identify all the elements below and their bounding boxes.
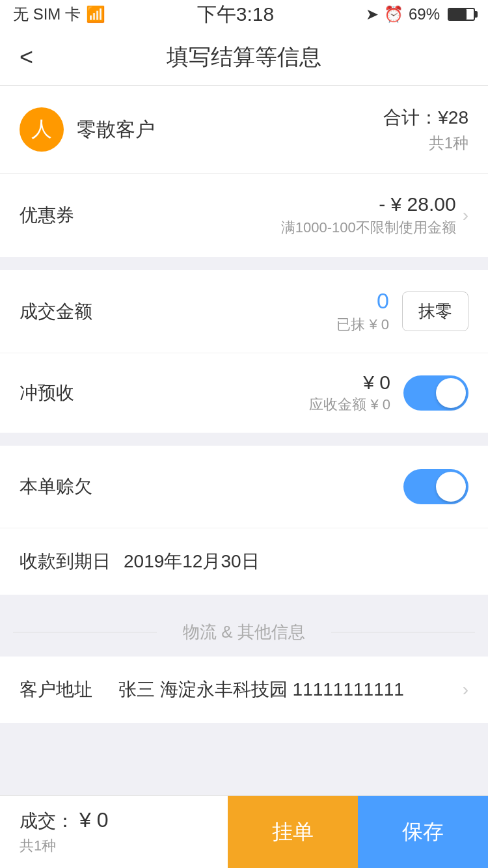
divider-line-right: [331, 632, 475, 632]
debt-toggle[interactable]: [403, 469, 468, 504]
bottom-bar: 成交： ¥ 0 共1种 挂单 保存: [0, 795, 488, 868]
debt-card: 本单赊欠 收款到期日 2019年12月30日: [0, 446, 488, 595]
status-bar: 无 SIM 卡 📶 下午3:18 ➤ ⏰ 69%: [0, 0, 488, 29]
status-time: 下午3:18: [197, 1, 274, 28]
address-row[interactable]: 客户地址 张三 海淀永丰科技园 11111111111 ›: [0, 657, 488, 723]
address-chevron-icon: ›: [463, 679, 468, 700]
address-card[interactable]: 客户地址 张三 海淀永丰科技园 11111111111 ›: [0, 657, 488, 723]
wifi-icon: 📶: [86, 5, 105, 23]
alarm-icon: ⏰: [384, 5, 403, 23]
toggle-knob: [436, 378, 466, 408]
transaction-right: 0 已抹 ¥ 0 抹零: [336, 288, 468, 334]
customer-avatar: 人: [20, 107, 64, 152]
transaction-sub: 已抹 ¥ 0: [336, 315, 389, 334]
prepayment-main: ¥ 0: [309, 372, 390, 394]
battery-percent: 69%: [409, 5, 440, 23]
coupon-row[interactable]: 优惠券 - ¥ 28.00 满1000-100不限制使用金额 ›: [0, 173, 488, 257]
coupon-desc: 满1000-100不限制使用金额: [281, 218, 456, 237]
transaction-value: 0: [336, 288, 389, 314]
customer-right: 合计：¥28 共1种: [383, 105, 468, 154]
prepayment-values: ¥ 0 应收金额 ¥ 0: [309, 372, 390, 414]
battery-icon: [448, 8, 475, 21]
prepayment-toggle[interactable]: [403, 375, 468, 411]
save-button[interactable]: 保存: [358, 796, 488, 869]
transaction-card: 成交金额 0 已抹 ¥ 0 抹零 冲预收 ¥ 0 应收金额 ¥ 0: [0, 270, 488, 433]
chevron-right-icon: ›: [463, 205, 468, 226]
duedate-label: 收款到期日: [20, 549, 111, 574]
coupon-label: 优惠券: [20, 203, 74, 228]
address-label: 客户地址: [20, 677, 92, 702]
deal-amount: ¥ 0: [79, 808, 108, 832]
round-zero-button[interactable]: 抹零: [402, 292, 468, 331]
pending-button[interactable]: 挂单: [228, 796, 358, 869]
transaction-amount-row: 成交金额 0 已抹 ¥ 0 抹零: [0, 270, 488, 353]
bottom-info: 成交： ¥ 0 共1种: [0, 808, 228, 856]
customer-name: 零散客户: [77, 116, 155, 143]
status-left: 无 SIM 卡 📶: [13, 4, 105, 25]
content: 人 零散客户 合计：¥28 共1种 优惠券 - ¥ 28.00 满1000-10…: [0, 86, 488, 814]
transaction-label: 成交金额: [20, 299, 111, 324]
debt-row: 本单赊欠: [0, 446, 488, 528]
debt-toggle-knob: [436, 472, 466, 502]
bottom-count: 共1种: [20, 836, 208, 856]
page-title: 填写结算等信息: [167, 42, 321, 72]
back-button[interactable]: <: [20, 44, 33, 71]
address-value: 张三 海淀永丰科技园 11111111111: [118, 677, 437, 702]
bottom-deal: 成交： ¥ 0: [20, 808, 208, 834]
debt-label: 本单赊欠: [20, 474, 92, 499]
prepayment-row: 冲预收 ¥ 0 应收金额 ¥ 0: [0, 353, 488, 433]
prepayment-right: ¥ 0 应收金额 ¥ 0: [309, 372, 468, 414]
prepayment-label: 冲预收: [20, 381, 74, 405]
nav-bar: < 填写结算等信息: [0, 29, 488, 86]
coupon-right: - ¥ 28.00 满1000-100不限制使用金额 ›: [281, 193, 468, 237]
divider-line-left: [13, 632, 157, 632]
customer-left: 人 零散客户: [20, 107, 155, 152]
duedate-value: 2019年12月30日: [124, 549, 260, 574]
customer-total: 合计：¥28: [383, 105, 468, 130]
logistics-label: 物流 & 其他信息: [183, 621, 305, 644]
transaction-value-col: 0 已抹 ¥ 0: [336, 288, 389, 334]
customer-count: 共1种: [383, 133, 468, 154]
customer-card: 人 零散客户 合计：¥28 共1种 优惠券 - ¥ 28.00 满1000-10…: [0, 86, 488, 257]
carrier-label: 无 SIM 卡: [13, 4, 81, 25]
prepayment-sub: 应收金额 ¥ 0: [309, 395, 390, 414]
coupon-amount: - ¥ 28.00: [281, 193, 456, 215]
duedate-row: 收款到期日 2019年12月30日: [0, 528, 488, 595]
avatar-icon: 人: [31, 115, 52, 144]
location-icon: ➤: [366, 5, 379, 23]
logistics-divider: 物流 & 其他信息: [0, 608, 488, 657]
customer-row: 人 零散客户 合计：¥28 共1种: [0, 86, 488, 173]
status-right: ➤ ⏰ 69%: [366, 5, 475, 23]
coupon-info: - ¥ 28.00 满1000-100不限制使用金额: [281, 193, 456, 237]
deal-label: 成交：: [20, 809, 74, 834]
